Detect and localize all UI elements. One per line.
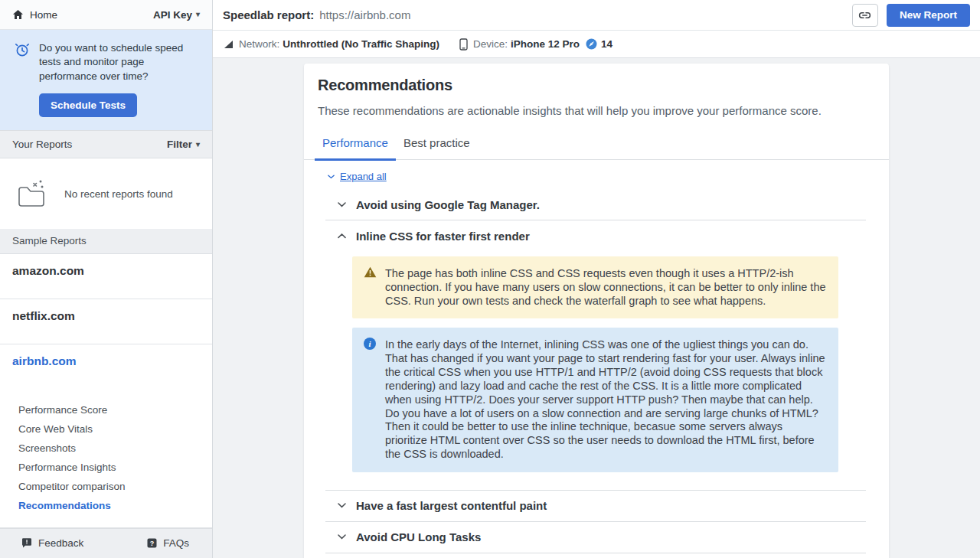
home-label: Home	[30, 9, 57, 21]
faq-icon: ?	[147, 538, 157, 548]
accordion-header-long-tasks[interactable]: Avoid CPU Long Tasks	[325, 522, 866, 553]
report-title: Speedlab report:https://airbnb.com	[223, 8, 410, 21]
caret-down-icon: ▾	[196, 11, 200, 18]
api-key-label: API Key	[153, 9, 192, 21]
browser-version: 14	[601, 38, 612, 50]
new-report-button[interactable]: New Report	[887, 4, 970, 27]
schedule-promo: Do you want to schedule speed tests and …	[0, 30, 212, 130]
recommendation-title: Avoid CPU Long Tasks	[356, 530, 481, 543]
page-subtitle: These recommendations are actionable ins…	[304, 104, 889, 117]
warning-callout: The page has both inline CSS and CSS req…	[352, 256, 838, 318]
faqs-label: FAQs	[163, 537, 189, 549]
warning-text: The page has both inline CSS and CSS req…	[385, 267, 826, 307]
empty-reports-panel: No recent reports found	[0, 158, 212, 229]
sidebar: Home API Key ▾ Do you want to schedule s…	[0, 0, 213, 558]
filter-label: Filter	[167, 139, 192, 150]
sample-reports-title: Sample Reports	[12, 235, 87, 246]
recommendation-title: Have a fast largest contentful paint	[356, 499, 547, 512]
feedback-icon	[21, 538, 32, 548]
nav-core-web-vitals[interactable]: Core Web Vitals	[18, 419, 212, 439]
your-reports-header: Your Reports Filter ▾	[0, 130, 212, 158]
warning-icon	[364, 266, 377, 278]
network-label: Network:	[239, 38, 279, 50]
recommendation-item: Avoid Frontend single point of failures	[325, 553, 866, 558]
feedback-link[interactable]: Feedback	[21, 537, 83, 549]
sample-report-netflix[interactable]: netflix.com	[0, 299, 212, 344]
recommendation-title: Inline CSS for faster first render	[356, 230, 530, 243]
tab-performance[interactable]: Performance	[315, 133, 396, 161]
no-reports-text: No recent reports found	[64, 188, 173, 200]
device-info: Device: iPhone 12 Pro 14	[459, 38, 612, 51]
info-text: In the early days of the Internet, inlin…	[385, 338, 825, 460]
device-value: iPhone 12 Pro	[511, 38, 580, 50]
link-icon	[858, 9, 871, 21]
report-title-prefix: Speedlab report:	[223, 8, 314, 21]
promo-text: Do you want to schedule speed tests and …	[39, 41, 200, 83]
chevron-down-icon	[338, 534, 346, 540]
safari-icon	[586, 38, 597, 50]
chevron-down-icon	[328, 175, 335, 179]
report-header: Speedlab report:https://airbnb.com New R…	[213, 0, 980, 31]
tab-best-practice[interactable]: Best practice	[396, 133, 478, 161]
recommendation-item: Avoid using Google Tag Manager.	[325, 189, 866, 220]
copy-link-button[interactable]	[852, 4, 878, 27]
sidebar-footer: Feedback ? FAQs	[0, 528, 212, 558]
accordion-header-lcp[interactable]: Have a fast largest contentful paint	[325, 491, 866, 521]
accordion-header-spof[interactable]: Avoid Frontend single point of failures	[325, 553, 866, 558]
alarm-clock-icon	[14, 41, 31, 83]
nav-recommendations[interactable]: Recommendations	[18, 496, 212, 515]
network-info: Network: Unthrottled (No Traffic Shaping…	[224, 38, 439, 50]
api-key-menu[interactable]: API Key ▾	[153, 9, 200, 21]
recommendations-accordion: Expand all Avoid using Google Tag Manage…	[325, 171, 866, 558]
nav-performance-score[interactable]: Performance Score	[18, 400, 212, 419]
sample-report-amazon[interactable]: amazon.com	[0, 254, 212, 299]
page-title: Recommendations	[304, 77, 889, 94]
nav-screenshots[interactable]: Screenshots	[18, 439, 212, 458]
folder-empty-icon	[15, 177, 51, 210]
faqs-link[interactable]: ? FAQs	[147, 537, 189, 549]
accordion-header-gtm[interactable]: Avoid using Google Tag Manager.	[325, 189, 866, 220]
expand-all-link[interactable]: Expand all	[328, 171, 387, 182]
your-reports-title: Your Reports	[12, 139, 72, 150]
sidebar-top-bar: Home API Key ▾	[0, 0, 212, 30]
svg-text:?: ?	[150, 540, 155, 547]
content-area: Recommendations These recommendations ar…	[213, 58, 980, 558]
network-value: Unthrottled (No Traffic Shaping)	[283, 38, 439, 50]
expand-all-label: Expand all	[340, 171, 387, 182]
phone-icon	[459, 38, 468, 51]
chevron-up-icon	[338, 233, 346, 239]
info-icon: i	[364, 338, 376, 350]
filter-menu[interactable]: Filter ▾	[167, 139, 200, 150]
recommendation-item: Inline CSS for faster first render The p…	[325, 220, 866, 491]
recommendation-title: Avoid using Google Tag Manager.	[356, 198, 540, 211]
home-link[interactable]: Home	[12, 9, 57, 21]
report-url: https://airbnb.com	[319, 8, 410, 21]
main-area: Speedlab report:https://airbnb.com New R…	[213, 0, 980, 558]
sample-reports-header: Sample Reports	[0, 229, 212, 253]
signal-icon	[224, 40, 234, 49]
recommendation-item: Avoid CPU Long Tasks	[325, 522, 866, 553]
accordion-header-inline-css[interactable]: Inline CSS for faster first render	[325, 220, 866, 251]
report-section-nav: Performance Score Core Web Vitals Screen…	[0, 390, 212, 528]
recommendations-card: Recommendations These recommendations ar…	[304, 64, 889, 558]
recommendation-item: Have a fast largest contentful paint	[325, 491, 866, 522]
chevron-down-icon	[338, 503, 346, 508]
sample-report-airbnb[interactable]: airbnb.com	[0, 344, 212, 390]
tab-bar: Performance Best practice	[304, 133, 889, 160]
device-label: Device:	[473, 38, 508, 50]
chevron-down-icon	[338, 202, 346, 207]
caret-down-icon: ▾	[196, 141, 200, 148]
home-icon	[12, 9, 24, 20]
feedback-label: Feedback	[38, 537, 83, 549]
nav-competitor-comparison[interactable]: Competitor comparison	[18, 477, 212, 496]
test-meta-bar: Network: Unthrottled (No Traffic Shaping…	[213, 31, 980, 58]
schedule-tests-button[interactable]: Schedule Tests	[39, 93, 137, 117]
info-callout: i In the early days of the Internet, inl…	[352, 328, 838, 472]
nav-performance-insights[interactable]: Performance Insights	[18, 458, 212, 477]
browser-badge: 14	[586, 38, 612, 50]
